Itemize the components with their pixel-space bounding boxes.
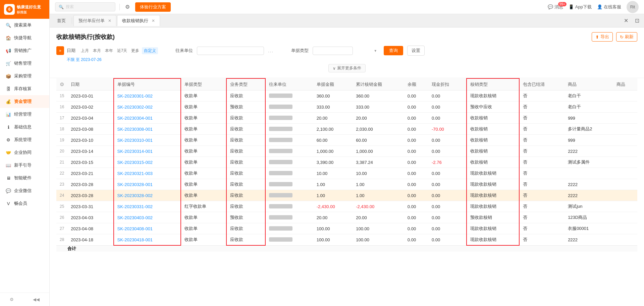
bill-no-link[interactable]: SK-20230321-003 (117, 171, 153, 176)
topbar-notification[interactable]: 💬 消息 99+ (548, 4, 563, 10)
bill-no-link[interactable]: SK-20230315-002 (117, 160, 153, 165)
bill-no-link[interactable]: SK-20230308-001 (117, 127, 153, 132)
sidebar-item-wechat[interactable]: 💬 企业微信 (0, 184, 49, 197)
sidebar-settings-btn[interactable]: ⚙ (7, 296, 16, 303)
table-body: 15 2023-03-01 SK-20230301-002 收款单 应收款 36… (56, 90, 637, 246)
sidebar-logo: 6 畅康道好生意 标推版 (0, 0, 49, 19)
col-date: 日期 (67, 78, 113, 90)
logo-icon: 6 (4, 4, 15, 15)
topbar-industry-btn[interactable]: 体验行业方案 (135, 2, 171, 12)
export-icon: ⬆ (595, 35, 599, 40)
main-table: ⚙ 日期 单据编号 单据类型 业务类型 往来单位 单据金额 累计核销金额 余额 … (56, 78, 637, 252)
tab-close-btn[interactable]: ✕ (622, 17, 630, 24)
tab-collection[interactable]: 收款核销执行 ✕ (117, 15, 160, 26)
expand-more-btn[interactable]: ∨ 展开更多条件 (328, 64, 366, 72)
tab-prepay-close[interactable]: ✕ (108, 18, 111, 23)
expand-row: ∨ 展开更多条件 (56, 64, 637, 72)
purchase-icon: 📦 (5, 73, 11, 79)
bill-no-link[interactable]: SK-20230403-002 (117, 215, 153, 220)
refresh-btn[interactable]: ↻ 刷新 (616, 32, 637, 42)
filter-settings-btn[interactable]: 设置 (407, 46, 425, 56)
home-icon: 🏠 (5, 35, 11, 41)
sidebar-item-operations[interactable]: 📊 经营管理 (0, 108, 49, 121)
gear-icon[interactable]: ⚙ (60, 81, 64, 87)
table-footer-row: 合计 (56, 245, 637, 252)
date-btn-this-year[interactable]: 本年 (104, 47, 114, 54)
bill-type-select[interactable] (313, 47, 353, 55)
filter-rows: 日期 上月 本月 本年 近7天 更多 自定义 往来单位 ... (67, 46, 637, 63)
col-write-off-type: 核销类型 (467, 78, 519, 90)
bill-no-link[interactable]: SK-20230328-002 (117, 193, 153, 198)
table-row: 20 2023-03-14 SK-20230314-001 收款单 应收款 1,… (56, 146, 637, 157)
notification-icon: 💬 (548, 4, 553, 9)
date-btn-custom[interactable]: 自定义 (142, 47, 158, 54)
date-btn-last-month[interactable]: 上月 (79, 47, 90, 54)
tab-home[interactable]: 首页 (52, 16, 70, 26)
sidebar-collapse-btn[interactable]: ◀◀ (30, 296, 42, 303)
tab-collection-close[interactable]: ✕ (152, 18, 155, 23)
col-counterpart: 往来单位 (265, 78, 313, 90)
sidebar-item-system[interactable]: ⚙ 系统管理 (0, 133, 49, 146)
filter-expand-toggle[interactable]: » (56, 46, 64, 55)
table-row: 23 2023-03-28 SK-20230328-001 收款单 应收款 1.… (56, 179, 637, 190)
tab-prepay[interactable]: 预付单应付单 ✕ (73, 15, 116, 26)
bill-no-link[interactable]: SK-20230302-002 (117, 105, 153, 110)
bill-no-link[interactable]: SK-20230314-001 (117, 149, 153, 154)
date-btn-this-month[interactable]: 本月 (92, 47, 102, 54)
sidebar-item-purchase[interactable]: 📦 采购管理 (0, 70, 49, 82)
sidebar-item-member[interactable]: V 畅会员 (0, 197, 49, 210)
counterpart-dots[interactable]: ... (268, 48, 274, 53)
date-btn-more[interactable]: 更多 (130, 47, 141, 54)
tab-divider (72, 17, 72, 24)
sidebar-item-finance[interactable]: 💰 资金管理 (0, 95, 49, 108)
col-balance: 余额 (404, 78, 428, 90)
sidebar-item-search-menu[interactable]: 🔍 搜索菜单 (0, 19, 49, 32)
topbar-search-text: 搜索 (66, 4, 74, 10)
tab-maximize-btn[interactable]: ⊡ (633, 17, 641, 24)
table-row: 25 2023-03-31 SK-20230331-002 红字收款单 应收款 … (56, 201, 637, 212)
service-icon: 👤 (597, 4, 602, 9)
topbar-search[interactable]: 🔍 搜索 (55, 2, 115, 11)
sidebar-item-basic[interactable]: ℹ 基础信息 (0, 121, 49, 133)
system-icon: ⚙ (5, 137, 11, 143)
sidebar-item-enterprise[interactable]: 🤝 企业协同 (0, 146, 49, 159)
table-row: 15 2023-03-01 SK-20230301-002 收款单 应收款 36… (56, 90, 637, 102)
sidebar-item-sales[interactable]: 🛒 销售管理 (0, 57, 49, 70)
bill-type-label: 单据类型 (291, 48, 309, 54)
app-icon: 📱 (569, 4, 574, 9)
search-icon: 🔍 (5, 22, 11, 28)
bill-no-link[interactable]: SK-20230301-002 (117, 94, 153, 99)
export-btn[interactable]: ⬆ 导出 (592, 32, 613, 42)
topbar-service-link[interactable]: 👤 在线客服 (597, 4, 621, 10)
counterpart-input[interactable] (197, 47, 264, 55)
sidebar-item-marketing[interactable]: 📢 营销推广 (0, 44, 49, 57)
topbar-app-link[interactable]: 📱 App下载 (569, 4, 592, 10)
topbar-gear-btn[interactable]: ⚙ (124, 2, 131, 11)
notification-badge: 99+ (558, 2, 567, 6)
sidebar-item-guide[interactable]: 📖 新手引导 (0, 159, 49, 172)
table-wrapper[interactable]: ⚙ 日期 单据编号 单据类型 业务类型 往来单位 单据金额 累计核销金额 余额 … (50, 78, 644, 306)
query-btn[interactable]: 查询 (384, 46, 403, 55)
bill-no-link[interactable]: SK-20230304-001 (117, 116, 153, 121)
topbar-divider1 (119, 4, 120, 10)
bill-no-link[interactable]: SK-20230408-001 (117, 226, 153, 231)
table-row: 17 2023-03-04 SK-20230304-001 收款单 应收款 20… (56, 113, 637, 124)
avatar[interactable]: Rit (627, 1, 639, 13)
bill-no-link[interactable]: SK-20230310-001 (117, 138, 153, 143)
sidebar-item-quick-nav[interactable]: 🏠 快捷导航 (0, 32, 49, 44)
counterpart-label: 往来单位 (175, 48, 193, 54)
date-btn-7days[interactable]: 近7天 (116, 47, 129, 54)
sidebar-item-hardware[interactable]: 🖥 智能硬件 (0, 172, 49, 184)
wechat-icon: 💬 (5, 188, 11, 194)
sidebar-item-inventory[interactable]: 🗄 库存核算 (0, 82, 49, 95)
bill-no-link[interactable]: SK-20230328-001 (117, 182, 153, 187)
filter-date-range-display: 不限 至 2023-07-26 (67, 57, 637, 63)
col-written-off: 累计核销金额 (353, 78, 404, 90)
col-gear[interactable]: ⚙ (56, 78, 67, 90)
bill-no-link[interactable]: SK-20230331-002 (117, 204, 153, 209)
main-area: 🔍 搜索 ⚙ 体验行业方案 💬 消息 99+ 📱 App下载 👤 在线客服 Ri… (50, 0, 644, 306)
hardware-icon: 🖥 (5, 175, 11, 181)
filter-bar: » 日期 上月 本月 本年 近7天 更多 自定义 (50, 42, 644, 78)
finance-icon: 💰 (5, 99, 11, 105)
bill-no-link[interactable]: SK-20230418-001 (117, 237, 153, 242)
